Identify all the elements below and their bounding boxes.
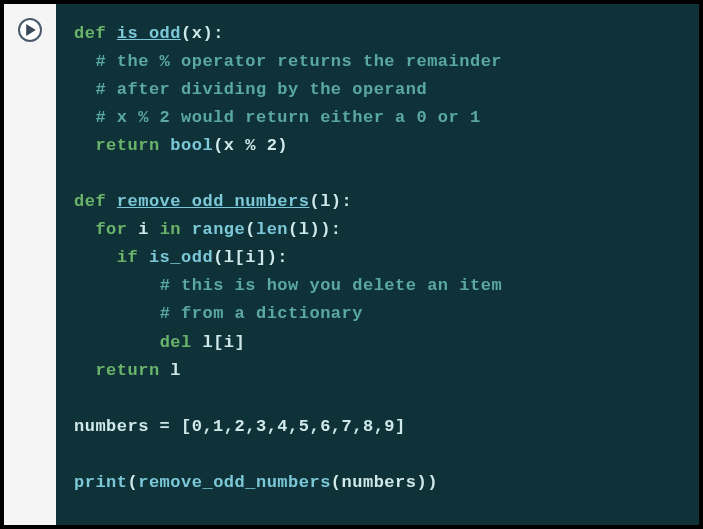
code-line: return bool(x % 2) xyxy=(74,132,689,160)
code-cell[interactable]: def is_odd(x): # the % operator returns … xyxy=(56,4,699,525)
code-line: # after dividing by the operand xyxy=(74,76,689,104)
code-line: def is_odd(x): xyxy=(74,20,689,48)
text-cursor: i xyxy=(331,104,342,132)
code-line: numbers = [0,1,2,3,4,5,6,7,8,9] xyxy=(74,413,689,441)
code-line xyxy=(74,441,689,469)
code-line: # this is how you delete an item xyxy=(74,272,689,300)
code-line: # x % 2 would return either a 0 or 1 xyxy=(74,104,689,132)
code-line: if is_odd(l[i]): xyxy=(74,244,689,272)
code-line: for i in range(len(l)): xyxy=(74,216,689,244)
code-line xyxy=(74,160,689,188)
gutter xyxy=(4,4,56,525)
code-line: return l xyxy=(74,357,689,385)
run-button[interactable] xyxy=(18,18,42,42)
code-line: # the % operator returns the remainder xyxy=(74,48,689,76)
code-line: # from a dictionary xyxy=(74,300,689,328)
play-icon xyxy=(25,24,37,36)
code-line: del l[i] xyxy=(74,329,689,357)
code-line: print(remove_odd_numbers(numbers)) xyxy=(74,469,689,497)
code-line: def remove_odd_numbers(l): xyxy=(74,188,689,216)
code-line xyxy=(74,385,689,413)
